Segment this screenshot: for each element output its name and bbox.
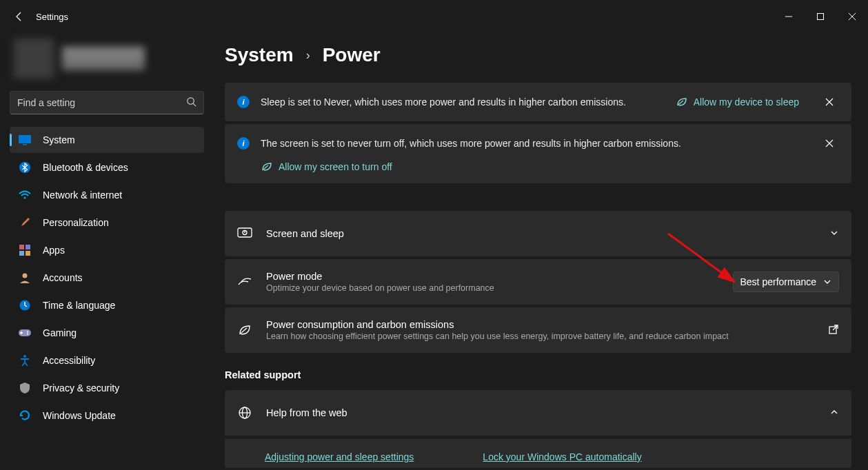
nav-list: System Bluetooth & devices Network & int… [10, 127, 204, 429]
sidebar-item-label: Accessibility [43, 355, 95, 366]
power-mode-row[interactable]: Power mode Optimize your device based on… [225, 259, 851, 305]
search-icon [186, 96, 196, 109]
maximize-button[interactable] [805, 6, 836, 28]
help-link-1[interactable]: Adjusting power and sleep settings [265, 451, 414, 462]
info-banner-text: The screen is set to never turn off, whi… [261, 138, 809, 149]
info-banner-text: Sleep is set to Never, which uses more p… [261, 96, 665, 108]
sidebar-item-label: Accounts [43, 272, 83, 283]
svg-rect-10 [19, 251, 24, 256]
close-banner-button[interactable] [820, 92, 839, 112]
power-mode-dropdown[interactable]: Best performance [733, 272, 840, 292]
svg-rect-1 [818, 14, 824, 20]
row-desc: Learn how choosing efficient power setti… [266, 331, 814, 341]
row-title: Screen and sleep [266, 228, 816, 239]
back-button[interactable] [11, 8, 28, 25]
sidebar-item-label: Apps [43, 245, 65, 256]
close-banner-button[interactable] [820, 134, 839, 153]
window-controls [773, 6, 868, 28]
svg-point-12 [23, 274, 28, 278]
row-title: Help from the web [266, 407, 816, 418]
dropdown-value: Best performance [740, 276, 817, 287]
leaf-icon [237, 323, 252, 338]
update-icon [18, 409, 32, 422]
svg-rect-4 [19, 135, 31, 143]
close-button[interactable] [836, 6, 868, 28]
sidebar-item-label: Privacy & security [43, 382, 119, 394]
help-from-web-row[interactable]: Help from the web [225, 390, 851, 436]
help-links-row: Adjusting power and sleep settings Lock … [225, 438, 851, 468]
leaf-icon [676, 96, 688, 108]
power-mode-icon [237, 274, 252, 289]
power-carbon-row[interactable]: Power consumption and carbon emissions L… [225, 307, 851, 353]
svg-point-7 [23, 196, 26, 198]
sidebar-item-label: Time & language [43, 300, 115, 311]
related-support-header: Related support [225, 369, 851, 380]
sidebar-item-label: Bluetooth & devices [43, 162, 128, 173]
allow-sleep-link[interactable]: Allow my device to sleep [676, 96, 799, 108]
sidebar-item-apps[interactable]: Apps [10, 237, 204, 263]
svg-point-2 [188, 98, 194, 104]
svg-line-3 [193, 103, 196, 106]
bluetooth-icon [18, 161, 32, 174]
sidebar-item-update[interactable]: Windows Update [10, 402, 204, 429]
sidebar-item-network[interactable]: Network & internet [10, 182, 204, 208]
chevron-down-icon [829, 228, 839, 240]
row-desc: Optimize your device based on power use … [266, 283, 719, 293]
svg-point-17 [23, 355, 26, 358]
sidebar-item-accounts[interactable]: Accounts [10, 265, 204, 291]
allow-screen-off-link[interactable]: Allow my screen to turn off [237, 161, 839, 172]
page-title: Power [323, 44, 381, 66]
sidebar-item-privacy[interactable]: Privacy & security [10, 375, 204, 401]
sidebar-item-gaming[interactable]: Gaming [10, 320, 204, 346]
apps-icon [18, 243, 32, 257]
sidebar-item-label: Personalization [43, 217, 109, 228]
svg-point-16 [27, 333, 28, 334]
display-icon [18, 133, 32, 147]
help-link-2[interactable]: Lock your Windows PC automatically [483, 451, 641, 462]
sidebar-item-label: System [43, 134, 75, 145]
info-banner-sleep: i Sleep is set to Never, which uses more… [225, 83, 851, 121]
sidebar-item-time[interactable]: Time & language [10, 292, 204, 318]
sidebar-item-system[interactable]: System [10, 127, 204, 153]
sidebar-item-personalization[interactable]: Personalization [10, 210, 204, 236]
titlebar: Settings [0, 0, 868, 33]
svg-rect-9 [26, 245, 30, 249]
clock-globe-icon [18, 298, 32, 312]
window-title: Settings [36, 12, 68, 22]
globe-icon [237, 405, 252, 420]
profile-block[interactable] [10, 36, 204, 91]
info-banner-screen: i The screen is set to never turn off, w… [225, 124, 851, 183]
wifi-icon [18, 188, 32, 202]
leaf-icon [261, 161, 273, 172]
minimize-button[interactable] [773, 6, 805, 28]
sidebar-item-accessibility[interactable]: Accessibility [10, 347, 204, 374]
svg-point-15 [27, 331, 28, 332]
row-title: Power consumption and carbon emissions [266, 319, 814, 330]
breadcrumb: System › Power [225, 44, 851, 66]
chevron-up-icon [829, 407, 839, 419]
svg-rect-11 [26, 251, 30, 256]
paintbrush-icon [18, 216, 32, 229]
screen-power-icon [237, 226, 252, 241]
screen-and-sleep-row[interactable]: Screen and sleep [225, 211, 851, 256]
chevron-right-icon: › [306, 48, 310, 63]
link-label: Allow my device to sleep [694, 96, 799, 108]
svg-rect-5 [23, 144, 27, 145]
shield-icon [18, 381, 32, 395]
breadcrumb-root[interactable]: System [225, 44, 294, 66]
sidebar-item-label: Windows Update [43, 410, 116, 421]
search-input-wrap[interactable] [10, 91, 204, 114]
sidebar-item-label: Network & internet [43, 190, 122, 201]
search-input[interactable] [17, 97, 186, 108]
info-icon: i [237, 96, 250, 108]
open-link-icon [828, 324, 839, 337]
user-name [62, 47, 145, 70]
chevron-down-icon [823, 278, 831, 286]
sidebar-item-label: Gaming [43, 327, 77, 338]
sidebar-item-bluetooth[interactable]: Bluetooth & devices [10, 154, 204, 181]
accessibility-icon [18, 354, 32, 367]
sidebar: System Bluetooth & devices Network & int… [0, 33, 214, 470]
avatar [14, 39, 54, 79]
content-area: System › Power i Sleep is set to Never, … [214, 33, 868, 470]
svg-rect-8 [19, 245, 24, 249]
